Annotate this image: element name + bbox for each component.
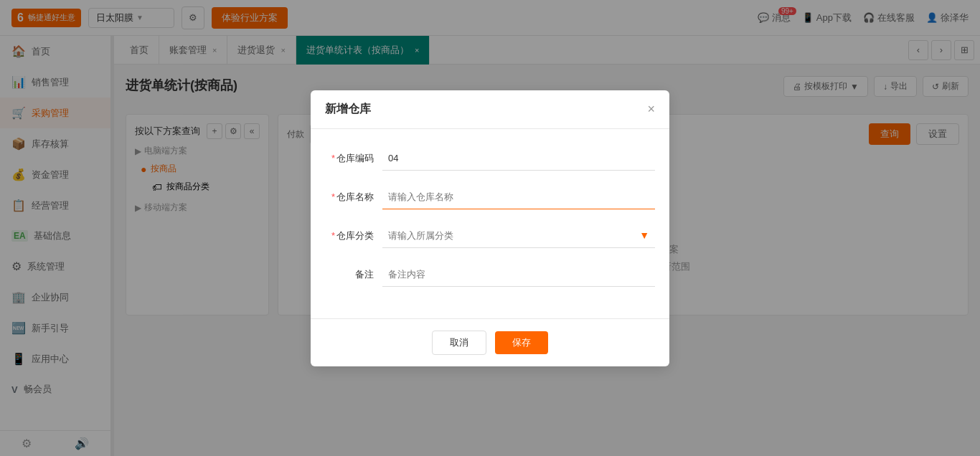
name-label: 仓库名称: [325, 191, 382, 204]
chevron-down-icon: ▼: [639, 229, 649, 241]
code-label: 仓库编码: [325, 152, 382, 165]
form-row-code: 仓库编码: [325, 146, 655, 171]
modal-footer: 取消 保存: [311, 318, 669, 366]
note-label: 备注: [325, 268, 382, 281]
save-button[interactable]: 保存: [495, 331, 548, 354]
code-input[interactable]: [382, 146, 655, 171]
modal-body: 仓库编码 仓库名称 仓库分类 ▼ 备注: [311, 129, 669, 318]
modal-close-button[interactable]: ×: [647, 102, 655, 117]
modal-title: 新增仓库: [325, 102, 371, 117]
category-label: 仓库分类: [325, 229, 382, 242]
new-warehouse-modal: 新增仓库 × 仓库编码 仓库名称 仓库分类 ▼: [311, 90, 669, 366]
form-row-name: 仓库名称: [325, 185, 655, 209]
form-row-note: 备注: [325, 262, 655, 287]
category-input[interactable]: [388, 230, 639, 241]
modal-header: 新增仓库 ×: [311, 90, 669, 129]
modal-overlay[interactable]: 新增仓库 × 仓库编码 仓库名称 仓库分类 ▼: [0, 0, 980, 456]
form-row-category: 仓库分类 ▼: [325, 224, 655, 248]
category-select[interactable]: ▼: [382, 224, 655, 248]
note-input[interactable]: [382, 262, 655, 287]
name-input[interactable]: [382, 185, 655, 209]
cancel-button[interactable]: 取消: [432, 331, 486, 355]
